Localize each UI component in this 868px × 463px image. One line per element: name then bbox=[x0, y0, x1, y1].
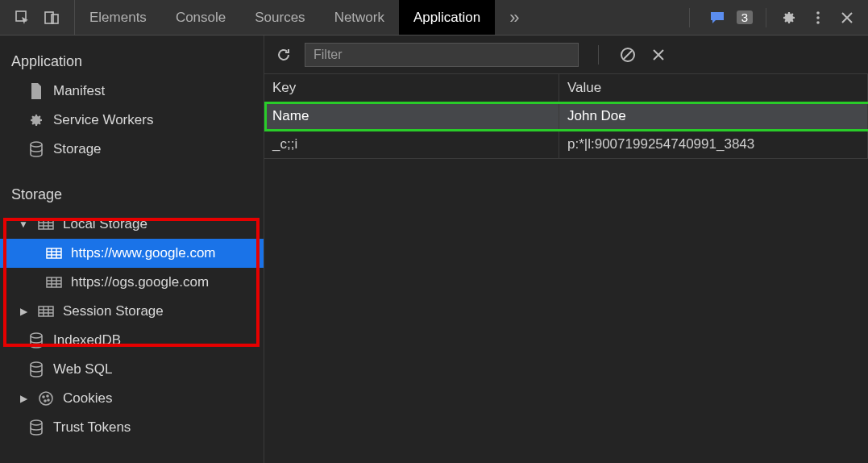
svg-rect-2 bbox=[52, 15, 58, 23]
sidebar-item-origin-ogs[interactable]: https://ogs.google.com bbox=[0, 268, 264, 297]
storage-table: Key Value Name John Doe _c;;i p:*|l:9007… bbox=[264, 74, 868, 159]
sidebar-item-label: https://ogs.google.com bbox=[71, 274, 209, 290]
divider bbox=[766, 8, 766, 27]
sidebar-item-indexeddb[interactable]: IndexedDB bbox=[0, 326, 264, 355]
tab-console[interactable]: Console bbox=[161, 0, 240, 35]
column-header-key[interactable]: Key bbox=[264, 74, 559, 102]
sidebar-item-label: https://www.google.com bbox=[71, 245, 216, 261]
chat-icon bbox=[708, 8, 727, 27]
section-application-title: Application bbox=[0, 47, 264, 77]
tab-application[interactable]: Application bbox=[399, 0, 495, 35]
cookie-icon bbox=[37, 390, 55, 407]
sidebar-item-session-storage[interactable]: ▶ Session Storage bbox=[0, 297, 264, 326]
more-icon[interactable] bbox=[808, 8, 828, 27]
svg-point-4 bbox=[816, 16, 820, 19]
content: Application Manifest Service Workers Sto… bbox=[0, 35, 868, 463]
sidebar-item-storage-summary[interactable]: Storage bbox=[0, 135, 264, 164]
divider bbox=[598, 45, 599, 65]
tab-sources[interactable]: Sources bbox=[240, 0, 319, 35]
database-icon bbox=[27, 332, 45, 349]
sidebar-item-local-storage[interactable]: ▼ Local Storage bbox=[0, 210, 264, 239]
svg-rect-9 bbox=[47, 277, 61, 287]
svg-point-15 bbox=[47, 395, 48, 397]
sidebar-item-label: Session Storage bbox=[63, 303, 164, 319]
cell-value[interactable]: John Doe bbox=[559, 102, 868, 131]
tabs-overflow[interactable]: » bbox=[495, 0, 535, 35]
sidebar-item-websql[interactable]: Web SQL bbox=[0, 355, 264, 384]
sidebar-item-label: Cookies bbox=[63, 390, 112, 407]
device-toggle-icon[interactable] bbox=[42, 8, 61, 27]
svg-point-5 bbox=[816, 21, 820, 24]
clear-icon[interactable] bbox=[618, 45, 638, 65]
delete-icon[interactable] bbox=[649, 45, 668, 65]
sidebar-item-label: Web SQL bbox=[53, 361, 112, 377]
database-icon bbox=[27, 419, 45, 436]
sidebar-item-manifest[interactable]: Manifest bbox=[0, 77, 264, 106]
svg-rect-7 bbox=[39, 219, 53, 229]
chevron-right-icon: ▶ bbox=[18, 306, 29, 317]
tab-elements[interactable]: Elements bbox=[75, 0, 161, 35]
database-icon bbox=[27, 140, 45, 158]
inspect-tools bbox=[0, 0, 75, 35]
chevron-down-icon: ▼ bbox=[18, 219, 29, 230]
table-icon bbox=[37, 215, 55, 233]
chevron-right-icon: ▶ bbox=[18, 393, 29, 404]
svg-point-12 bbox=[31, 362, 42, 367]
refresh-icon[interactable] bbox=[274, 45, 293, 65]
svg-point-14 bbox=[43, 396, 44, 398]
close-icon[interactable] bbox=[837, 8, 857, 27]
divider bbox=[689, 8, 690, 27]
svg-point-6 bbox=[31, 142, 42, 147]
sidebar-item-label: Storage bbox=[53, 141, 102, 157]
sidebar-item-label: Manifest bbox=[53, 83, 105, 99]
tab-network[interactable]: Network bbox=[320, 0, 399, 35]
messages-count: 3 bbox=[737, 10, 753, 24]
gear-icon bbox=[27, 111, 45, 129]
topbar-right: 3 bbox=[675, 0, 868, 35]
inspect-icon[interactable] bbox=[13, 8, 32, 27]
cell-key[interactable]: _c;;i bbox=[264, 131, 559, 159]
svg-point-13 bbox=[39, 392, 52, 405]
svg-rect-10 bbox=[39, 307, 53, 316]
cell-key[interactable]: Name bbox=[264, 102, 559, 131]
svg-point-3 bbox=[816, 11, 820, 15]
table-icon bbox=[37, 302, 55, 320]
panel-tabs: Elements Console Sources Network Applica… bbox=[75, 0, 675, 35]
cell-value[interactable]: p:*|l:9007199254740991_3843 bbox=[559, 131, 868, 159]
storage-toolbar bbox=[264, 35, 868, 74]
database-icon bbox=[27, 361, 45, 378]
table-icon bbox=[45, 273, 63, 291]
section-storage-title: Storage bbox=[0, 180, 264, 210]
filter-input[interactable] bbox=[305, 43, 579, 67]
svg-point-18 bbox=[31, 420, 42, 425]
sidebar-item-label: Trust Tokens bbox=[53, 419, 131, 436]
svg-point-11 bbox=[31, 333, 42, 338]
topbar: Elements Console Sources Network Applica… bbox=[0, 0, 868, 35]
sidebar-item-origin-google[interactable]: https://www.google.com bbox=[0, 239, 264, 268]
main-panel: Key Value Name John Doe _c;;i p:*|l:9007… bbox=[264, 35, 868, 463]
settings-icon[interactable] bbox=[779, 8, 799, 27]
table-icon bbox=[45, 244, 63, 262]
sidebar-item-cookies[interactable]: ▶ Cookies bbox=[0, 384, 264, 413]
messages-badge[interactable]: 3 bbox=[698, 6, 758, 29]
sidebar-item-label: Local Storage bbox=[63, 216, 147, 232]
sidebar-item-label: IndexedDB bbox=[53, 332, 121, 348]
file-icon bbox=[27, 82, 45, 100]
svg-rect-8 bbox=[47, 248, 61, 258]
sidebar-item-service-workers[interactable]: Service Workers bbox=[0, 106, 264, 135]
sidebar-item-trust-tokens[interactable]: Trust Tokens bbox=[0, 413, 264, 442]
column-header-value[interactable]: Value bbox=[559, 74, 868, 102]
svg-point-17 bbox=[48, 399, 49, 401]
svg-point-16 bbox=[44, 400, 46, 402]
sidebar-item-label: Service Workers bbox=[53, 112, 153, 128]
sidebar: Application Manifest Service Workers Sto… bbox=[0, 35, 264, 463]
